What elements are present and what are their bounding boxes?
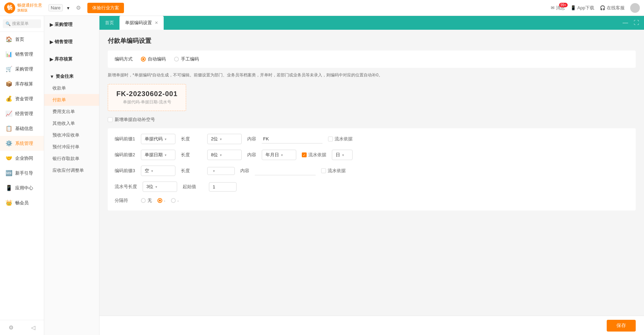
sub-item-receipt[interactable]: 收款单 [44,82,99,94]
purchase-group-label: 采购管理 [55,21,73,28]
stream-3-checkbox[interactable]: 流水依据 [321,168,346,174]
tab-code-setting[interactable]: 单据编码设置 ✕ [119,16,164,30]
length-2-select[interactable]: 8位 ▾ [207,150,242,160]
sidebar-item-operation-label: 经营管理 [15,111,33,117]
sep-dot[interactable]: · [157,198,165,203]
serial-length-arrow-icon: ▾ [155,185,157,189]
serial-length-select[interactable]: 3位 ▾ [143,182,177,192]
serial-row: 流水号长度 3位 ▾ 起始值 [115,182,629,192]
guide-icon: 🆕 [6,170,12,176]
user-avatar[interactable] [630,3,640,13]
start-value-input[interactable] [209,182,237,192]
auto-fill-checkbox[interactable] [108,117,113,122]
app-download-button[interactable]: 📱 App下载 [570,5,594,11]
message-button[interactable]: ✉ 消息 99+ [551,5,565,11]
sep-none-radio[interactable] [141,198,146,203]
prefix-1-label: 编码前缀1 [115,136,135,142]
auto-code-option[interactable]: 自动编码 [141,56,166,62]
sub-item-payment[interactable]: 付款单 [44,94,99,106]
content-2-select[interactable]: 年月日 ▾ [262,150,296,160]
stream-1-check-box[interactable] [328,137,333,141]
sub-item-expense[interactable]: 费用支出单 [44,106,99,118]
prefix-3-arrow-icon: ▾ [151,169,153,173]
sep-dot2[interactable]: · [171,198,179,203]
sub-item-bank[interactable]: 银行存取款单 [44,153,99,165]
sidebar-item-operation[interactable]: 📈 经营管理 [0,106,44,121]
trial-button[interactable]: 体验行业方案 [87,3,124,13]
sidebar-item-home[interactable]: 🏠 首页 [0,32,44,47]
prefix-2-label: 编码前缀2 [115,152,135,158]
sidebar-item-guide[interactable]: 🆕 新手引导 [0,166,44,180]
tab-maximize-button[interactable]: ⛶ [632,19,641,27]
manual-code-label: 手工编码 [181,56,199,62]
sales-group-label: 销售管理 [55,39,73,45]
content-1-input[interactable] [262,134,323,143]
prefix-row-2: 编码前缀2 单据日期 ▾ 长度 8位 ▾ 内容 年月日 ▾ [115,150,629,160]
stream-3-check-box[interactable] [321,168,326,173]
sep-dot-radio[interactable] [157,198,162,203]
sidebar-item-sales[interactable]: 📊 销售管理 [0,47,44,62]
manual-code-radio[interactable] [174,57,179,62]
length-3-select[interactable]: ▾ [207,167,235,175]
stream-unit-arrow-icon: ▾ [342,153,344,157]
logo-icon: 畅 [4,2,15,13]
sep-dot-label: · [164,198,165,203]
content-3-input[interactable] [255,166,316,175]
app-label: App下载 [577,5,594,11]
purchase-group-header[interactable]: ▶ 采购管理 [44,19,99,30]
sidebar-item-system[interactable]: ⚙️ 系统管理 [0,136,44,151]
funds-group-header[interactable]: ▼ 资金往来 [44,71,99,82]
sidebar-search[interactable]: 🔍 搜索菜单 [0,16,44,32]
sidebar-item-appstore-label: 应用中心 [15,185,33,191]
sidebar-item-basicinfo[interactable]: 📋 基础信息 [0,121,44,136]
code-preview-box: FK-20230602-001 单据代码-单据日期-流水号 [108,84,186,111]
chevron-right-icon3: ▶ [50,57,53,62]
auto-code-radio[interactable] [141,57,146,62]
sep-none-label: 无 [147,197,152,204]
sidebar-item-inventory[interactable]: 📦 库存核算 [0,76,44,91]
prefix-1-select[interactable]: 单据代码 ▾ [141,134,175,144]
tab-home[interactable]: 首页 [99,16,119,30]
stream-unit-select[interactable]: 日 ▾ [332,150,353,160]
sidebar-item-enterprise[interactable]: 🤝 企业协同 [0,151,44,166]
sub-item-adjust[interactable]: 应收应付调整单 [44,165,99,176]
sep-none[interactable]: 无 [141,197,152,204]
prefix-1-value: 单据代码 [145,136,163,142]
manual-code-option[interactable]: 手工编码 [174,56,199,62]
stream-2-check-box[interactable]: ✓ [302,152,307,157]
sidebar-item-member[interactable]: 👑 畅会员 [0,195,44,210]
service-button[interactable]: 🎧 在线客服 [600,5,625,11]
settings-bottom-button[interactable]: ⚙ [7,323,15,332]
sidebar-item-appstore[interactable]: 📱 应用中心 [0,180,44,195]
code-preview-sub: 单据代码-单据日期-流水号 [116,99,177,105]
sub-item-other-income[interactable]: 其他收入单 [44,118,99,129]
inventory-group-header[interactable]: ▶ 库存核算 [44,53,99,65]
code-preview-main: FK-20230602-001 [116,90,177,98]
length-1-select[interactable]: 2位 ▾ [207,134,242,144]
breadcrumb-select[interactable]: Nare [48,4,63,11]
sep-dot2-radio[interactable] [171,198,176,203]
sidebar-item-finance[interactable]: 💰 资金管理 [0,91,44,106]
message-icon: ✉ [551,5,555,10]
sidebar-item-purchase[interactable]: 🛒 采购管理 [0,62,44,76]
save-button[interactable]: 保存 [607,320,636,332]
sales-group-header[interactable]: ▶ 销售管理 [44,36,99,48]
prefix-2-select[interactable]: 单据日期 ▾ [141,150,175,160]
sub-item-advance-pay[interactable]: 预付冲应付单 [44,141,99,153]
stream-1-checkbox[interactable]: 流水依据 [328,136,353,142]
gear-button[interactable]: ⚙ [74,3,83,13]
logo: 畅 畅捷通好生意 旗舰版 [4,2,48,13]
content-3-label: 内容 [240,168,249,174]
service-icon: 🎧 [600,5,605,10]
stream-2-checkbox[interactable]: ✓ 流水依据 [302,152,326,158]
auto-fill-row: 新增单据自动补空号 [108,117,636,123]
bottom-bar: 保存 [99,316,644,335]
length-1-value: 2位 [211,136,218,142]
sidebar-item-purchase-label: 采购管理 [15,66,33,72]
code-method-label: 编码方式 [115,56,133,62]
tab-minimize-button[interactable]: — [621,19,630,27]
sub-item-advance-recv[interactable]: 预收冲应收单 [44,129,99,141]
collapse-button[interactable]: ◁ [30,323,37,332]
prefix-3-select[interactable]: 空 ▾ [141,166,175,176]
tab-close-icon[interactable]: ✕ [155,20,158,25]
